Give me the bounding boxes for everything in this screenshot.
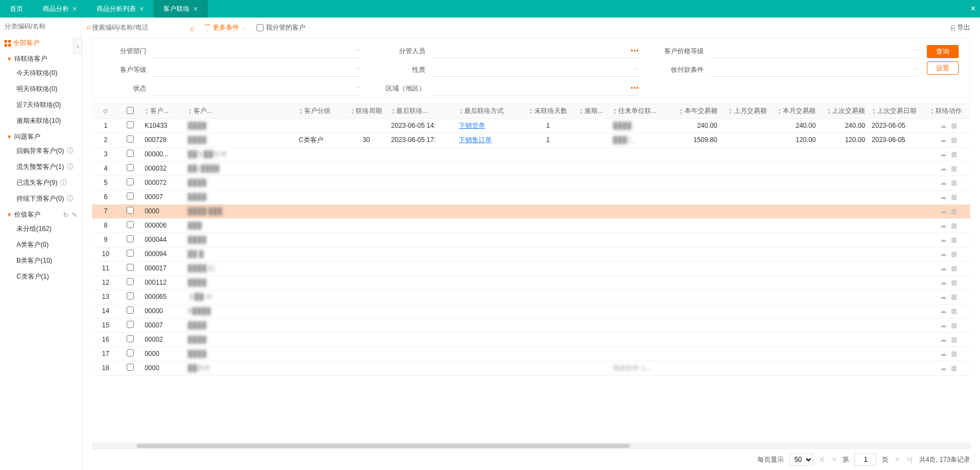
column-header[interactable]: ▲▼上次交易日期	[868, 104, 927, 118]
row-checkbox[interactable]	[127, 335, 134, 342]
main-search-input[interactable]	[92, 24, 180, 32]
sort-icon[interactable]: ▲▼	[350, 107, 355, 115]
column-header[interactable]: ▲▼客户...	[141, 104, 185, 118]
column-header[interactable]: ▲▼逾期...	[573, 104, 609, 118]
grid-action-icon[interactable]: ▦	[951, 336, 957, 343]
table-row[interactable]: 70000████ ███☁▦	[92, 204, 970, 218]
table-row[interactable]: 170000████☁▦	[92, 347, 970, 361]
table-row[interactable]: 5000072████☁▦	[92, 175, 970, 190]
help-icon[interactable]: ⓘ	[67, 147, 73, 155]
horizontal-scrollbar[interactable]	[92, 443, 970, 449]
page-last[interactable]: >|	[906, 456, 914, 463]
page-input[interactable]	[854, 454, 876, 466]
sort-icon[interactable]: ▲▼	[613, 107, 617, 115]
row-checkbox[interactable]	[127, 221, 134, 228]
chat-icon[interactable]: ☁	[940, 321, 947, 329]
help-icon[interactable]: ⓘ	[60, 179, 67, 186]
page-size-select[interactable]: 50	[789, 454, 813, 466]
row-checkbox[interactable]	[127, 192, 134, 200]
grid-action-icon[interactable]: ▦	[951, 122, 957, 129]
tab-close-icon[interactable]: ×	[72, 4, 77, 13]
chat-icon[interactable]: ☁	[940, 364, 947, 372]
row-checkbox[interactable]	[127, 121, 134, 128]
chat-icon[interactable]: ☁	[940, 136, 947, 144]
sidebar-search-input[interactable]	[4, 22, 87, 30]
tree-group[interactable]: ▼问题客户	[4, 129, 77, 143]
sort-icon[interactable]: ▲▼	[529, 107, 533, 115]
table-row[interactable]: 1600002████☁▦	[92, 332, 970, 347]
chat-icon[interactable]: ☁	[940, 207, 947, 215]
grid-action-icon[interactable]: ▦	[951, 207, 957, 215]
table-row[interactable]: 4000032██2████☁▦	[92, 161, 970, 175]
chat-icon[interactable]: ☁	[940, 264, 947, 272]
gear-icon[interactable]: ⚙	[102, 107, 109, 115]
tree-item[interactable]: 流失预警客户(1) ⓘ	[4, 159, 77, 175]
tree-item[interactable]: 未分组(162)	[4, 221, 77, 237]
column-header[interactable]: ▲▼本年交易额	[665, 104, 720, 118]
column-header[interactable]: ▲▼往来单位联...	[609, 104, 665, 118]
column-header[interactable]: ▲▼上次交易额	[819, 104, 868, 118]
tab-1[interactable]: 商品分析×	[33, 0, 87, 18]
row-checkbox[interactable]	[127, 364, 134, 371]
tree-item[interactable]: 今天待联络(0)	[4, 65, 77, 81]
search-icon[interactable]: ⌕	[190, 23, 195, 32]
table-row[interactable]: 2000728████C类客户302023-06-05 17:下销售订单1███…	[92, 133, 970, 147]
chat-icon[interactable]: ☁	[940, 150, 947, 158]
tab-2[interactable]: 商品分析列表×	[87, 0, 153, 18]
sort-icon[interactable]: ▲▼	[579, 107, 584, 115]
sort-icon[interactable]: ▲▼	[827, 107, 831, 115]
table-row[interactable]: 9000044████☁▦	[92, 233, 970, 247]
table-row[interactable]: 300000...██生██乾坤☁▦	[92, 147, 970, 161]
grid-action-icon[interactable]: ▦	[951, 165, 957, 172]
row-checkbox[interactable]	[127, 264, 134, 271]
column-header[interactable]: ▲▼联络周期	[345, 104, 388, 118]
row-checkbox[interactable]	[127, 292, 134, 299]
filter-select[interactable]: ﹀	[710, 63, 918, 77]
grid-action-icon[interactable]: ▦	[951, 307, 957, 315]
chat-icon[interactable]: ☁	[940, 165, 947, 172]
chat-icon[interactable]: ☁	[940, 222, 947, 229]
grid-action-icon[interactable]: ▦	[951, 350, 957, 358]
search-icon[interactable]: ⌕	[87, 22, 91, 31]
filter-select[interactable]: ﹀	[432, 63, 640, 77]
page-next[interactable]: >	[894, 456, 900, 463]
filter-select[interactable]: ﹀	[710, 44, 918, 58]
grid-action-icon[interactable]: ▦	[951, 179, 957, 186]
sort-icon[interactable]: ▲▼	[871, 107, 876, 115]
tree-group[interactable]: ▼待联络客户	[4, 51, 77, 65]
row-checkbox[interactable]	[127, 164, 134, 171]
filter-select[interactable]: ﹀	[153, 44, 361, 58]
row-checkbox[interactable]	[127, 235, 134, 242]
grid-action-icon[interactable]: ▦	[951, 364, 957, 372]
help-icon[interactable]: ⓘ	[67, 195, 73, 202]
tab-close-icon[interactable]: ×	[193, 4, 197, 13]
table-row[interactable]: 1K10433████2023-06-05 14:下销货单1████240.00…	[92, 118, 970, 133]
grid-action-icon[interactable]: ▦	[951, 150, 957, 158]
tree-item[interactable]: B类客户(10)	[4, 253, 77, 269]
tab-close-icon[interactable]: ×	[139, 4, 144, 13]
table-row[interactable]: 8000006███☁▦	[92, 218, 970, 233]
tree-item[interactable]: 回购异常客户(0) ⓘ	[4, 143, 77, 159]
query-button[interactable]: 查询	[927, 45, 959, 58]
sort-icon[interactable]: ▲▼	[188, 107, 192, 115]
tree-item[interactable]: 已流失客户(9) ⓘ	[4, 175, 77, 191]
grid-action-icon[interactable]: ▦	[951, 193, 957, 201]
sort-icon[interactable]: ▲▼	[299, 107, 303, 115]
chat-icon[interactable]: ☁	[940, 307, 947, 315]
filter-picker[interactable]: •••	[432, 81, 640, 95]
column-header[interactable]	[119, 104, 141, 118]
close-all-tabs[interactable]: ×	[971, 4, 976, 14]
chat-icon[interactable]: ☁	[940, 279, 947, 286]
column-header[interactable]: ▲▼本月交易额	[770, 104, 819, 118]
filter-select[interactable]: ﹀	[153, 63, 361, 77]
column-header[interactable]: ▲▼客户分组	[295, 104, 345, 118]
tree-item[interactable]: 明天待联络(0)	[4, 81, 77, 97]
grid-action-icon[interactable]: ▦	[951, 222, 957, 229]
sidebar-collapse[interactable]: «	[73, 38, 82, 54]
sort-icon[interactable]: ▲▼	[728, 107, 733, 115]
column-header[interactable]: ▲▼未联络天数	[523, 104, 573, 118]
export-button[interactable]: ⍇ 导出	[951, 23, 970, 32]
tab-3[interactable]: 客户联络×	[153, 0, 207, 18]
help-icon[interactable]: ⓘ	[67, 163, 73, 171]
filter-picker[interactable]: •••	[432, 44, 640, 58]
